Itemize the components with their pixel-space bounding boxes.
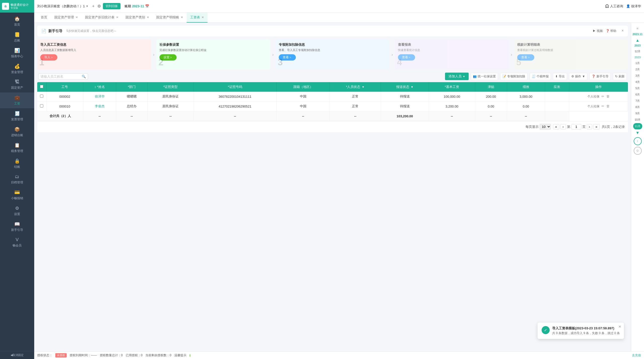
- month-7[interactable]: 7月: [631, 98, 644, 104]
- month-2[interactable]: 2月: [631, 66, 644, 73]
- personal-social-link[interactable]: 个人社保: [587, 105, 599, 108]
- close-wizard-button[interactable]: ✕: [621, 29, 624, 33]
- row-checkbox[interactable]: [40, 104, 43, 108]
- switch-version-button[interactable]: 切到旧版: [103, 3, 120, 9]
- step-2-desc: 完成社保参数设置自动计算社保公积金: [159, 48, 267, 52]
- close-tab-salary[interactable]: ✕: [202, 16, 204, 19]
- tab-depreciation[interactable]: 固定资产折旧统计表 ✕: [82, 13, 122, 23]
- account-selector[interactable]: 刘小艳演示账套（勿删勿动！）1 ▼: [37, 4, 88, 9]
- prev-page-button[interactable]: ‹: [560, 124, 566, 129]
- sidebar-item-sales[interactable]: 📦 进销台账: [0, 124, 34, 140]
- add-account-icon[interactable]: ＋: [91, 4, 95, 9]
- select-all-checkbox[interactable]: [40, 85, 43, 88]
- export-button[interactable]: ⬇ 导出: [553, 73, 567, 80]
- close-tab-detail[interactable]: ✕: [181, 16, 183, 19]
- sidebar-item-settings[interactable]: ⚙ 设置: [0, 203, 34, 219]
- edit-icon[interactable]: ✏: [601, 94, 604, 98]
- down-arrow-icon[interactable]: ▼: [636, 131, 640, 135]
- social-security-button[interactable]: 👥 统一社保设置: [471, 73, 498, 80]
- personal-tax-button[interactable]: 🧾 个税申报: [530, 73, 551, 80]
- search-icon[interactable]: 🔍: [82, 75, 86, 78]
- per-page-select[interactable]: 10 20 50: [540, 124, 551, 130]
- per-page-selector: 每页显示 10 20 50: [526, 124, 551, 130]
- consultant-button[interactable]: 🎧 人工咨询: [605, 4, 623, 9]
- sidebar-item-fixed-assets[interactable]: 🏗 固定资产: [0, 77, 34, 92]
- special-deduction-button[interactable]: 📝 专项附加扣除: [500, 73, 528, 80]
- delete-icon[interactable]: 🗑: [606, 94, 610, 98]
- close-tab-depreciation[interactable]: ✕: [116, 16, 118, 19]
- sidebar-item-close[interactable]: 🔒 结账: [0, 156, 34, 172]
- tab-detail[interactable]: 固定资产明细账 ✕: [153, 13, 187, 23]
- operation-button[interactable]: ⚙ 操作 ▼: [569, 73, 587, 80]
- tab-home[interactable]: 首页: [37, 13, 51, 23]
- tab-salary[interactable]: 工资表 ✕: [187, 13, 208, 23]
- sidebar-item-ledger[interactable]: 📒 总账: [0, 29, 34, 45]
- first-page-button[interactable]: «: [553, 124, 559, 129]
- employee-name-link[interactable]: 徐泽华: [95, 94, 105, 98]
- tab-label: 工资表: [190, 15, 200, 20]
- unpin-button[interactable]: ◀ 取消固定: [0, 351, 34, 359]
- sidebar-item-tax[interactable]: 📋 税务管理: [0, 140, 34, 156]
- refresh-button[interactable]: ↻ 刷新: [613, 73, 627, 80]
- close-tab-categories[interactable]: ✕: [147, 16, 149, 19]
- salary-icon: 💼: [14, 95, 20, 100]
- employee-name-link[interactable]: 李俊杰: [95, 104, 105, 108]
- summary-empty-7: --: [429, 111, 475, 121]
- toast-close-button[interactable]: ✕: [618, 325, 621, 329]
- search-input[interactable]: [41, 75, 81, 78]
- row-action: 个人社保 ✏ 🗑: [569, 101, 628, 111]
- personal-social-link[interactable]: 个人社保: [587, 95, 599, 98]
- sidebar-item-label: 首页: [14, 23, 20, 27]
- sidebar-item-member[interactable]: V 畅会员: [0, 235, 34, 250]
- delete-icon[interactable]: 🗑: [606, 104, 610, 108]
- up-arrow-icon[interactable]: ▲: [636, 38, 640, 43]
- toast-content: 导入工资表模板(2023-03-23 15:07:59.897) 共 9 条数据…: [552, 326, 620, 335]
- expire-time: 授权到期时间：——: [70, 353, 97, 357]
- month-5[interactable]: 5月: [631, 85, 644, 91]
- tab-fixed-assets[interactable]: 固定资产管理 ✕: [51, 13, 82, 23]
- video-link[interactable]: ▶ 视频: [593, 29, 602, 33]
- summary-empty-5: --: [276, 111, 330, 121]
- report-icon: 📊: [14, 48, 20, 53]
- sidebar-item-invoice[interactable]: 🧾 发票管理: [0, 108, 34, 124]
- sidebar-item-archive[interactable]: 🗂 归档管理: [0, 172, 34, 187]
- guide-button[interactable]: ❓ 新手引导: [589, 73, 611, 80]
- tab-categories[interactable]: 固定资产类别 ✕: [122, 13, 153, 23]
- month-9[interactable]: 9月: [631, 110, 644, 117]
- summary-empty-4: --: [194, 111, 276, 121]
- month-11[interactable]: 11月: [633, 123, 642, 129]
- sidebar-item-expense[interactable]: 💳 小畅报销: [0, 187, 34, 203]
- circle-btn-2[interactable]: ⚙: [634, 147, 642, 155]
- invoice-icon: 🧾: [14, 111, 20, 116]
- month-10[interactable]: 10月: [631, 117, 644, 123]
- sidebar-item-report[interactable]: 📊 报表中心: [0, 45, 34, 61]
- expand-button[interactable]: «: [637, 25, 639, 32]
- recharge-link[interactable]: 去充值: [632, 353, 641, 357]
- circle-btn-1[interactable]: ↑: [634, 137, 642, 145]
- month-1[interactable]: 1月: [631, 60, 644, 66]
- row-name: 李俊杰: [83, 101, 116, 111]
- add-person-button[interactable]: 添加人员 ▼: [445, 73, 469, 80]
- user-menu[interactable]: 👤 徐泽华: [626, 4, 641, 9]
- month-8[interactable]: 8月: [631, 104, 644, 110]
- month-6[interactable]: 6月: [631, 91, 644, 98]
- help-link[interactable]: ❓ 帮助: [606, 29, 616, 33]
- sidebar-item-salary[interactable]: 💼 工资: [0, 92, 34, 108]
- page-number-input[interactable]: [571, 124, 581, 129]
- per-page-label: 每页显示: [526, 125, 539, 129]
- sidebar-item-funds[interactable]: 💰 资金管理: [0, 61, 34, 77]
- next-page-button[interactable]: ›: [587, 124, 592, 129]
- edit-icon[interactable]: ✏: [601, 104, 604, 108]
- sidebar-item-label: 畅会员: [13, 243, 22, 248]
- sidebar-item-guide[interactable]: 📖 新手引导: [0, 219, 34, 235]
- month-12[interactable]: 12月: [631, 48, 644, 55]
- sidebar-item-home[interactable]: 🏠 首页: [0, 14, 34, 29]
- last-page-button[interactable]: »: [593, 124, 599, 129]
- close-tab-fixed-assets[interactable]: ✕: [75, 16, 78, 19]
- row-checkbox[interactable]: [40, 94, 43, 98]
- month-3[interactable]: 3月: [631, 73, 644, 79]
- period-selector[interactable]: 账期 2023-11 📅: [125, 4, 149, 9]
- month-4[interactable]: 4月: [631, 79, 644, 85]
- step-1-title: 导入员工工资信息: [40, 42, 148, 47]
- settings-icon[interactable]: ⚙: [97, 4, 101, 9]
